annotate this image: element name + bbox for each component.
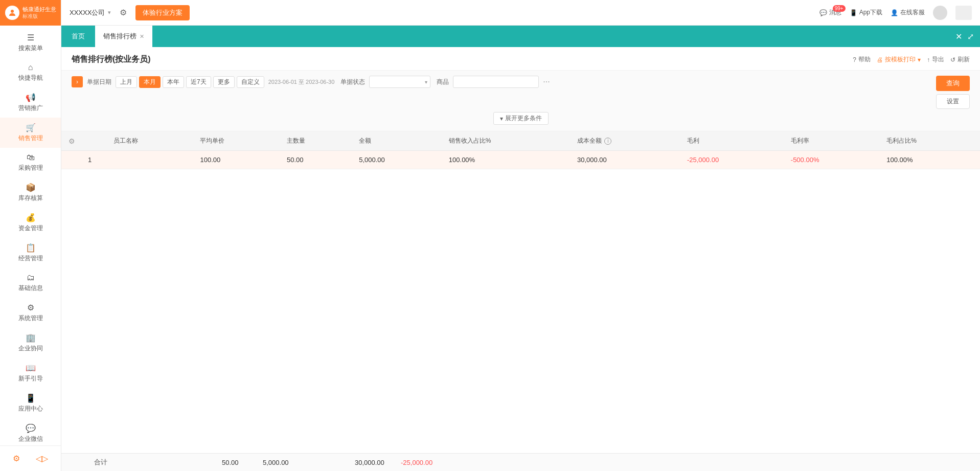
date-range-display: 2023-06-01 至 2023-06-30 — [268, 78, 335, 86]
sidebar-item-finance[interactable]: 💰 资金管理 — [0, 208, 61, 238]
marketing-icon: 📢 — [26, 93, 36, 102]
sidebar-item-enterprise[interactable]: 🏢 企业协同 — [0, 328, 61, 358]
maximize-icon[interactable]: ⤢ — [967, 32, 974, 41]
logo-name: 畅康通好生意 — [22, 6, 56, 13]
topbar-right: 💬 消息 99+ 📱 App下载 👤 在线客服 — [819, 6, 972, 20]
row-rank-cell: 1 — [82, 151, 107, 169]
sidebar-logo: 畅康通好生意 标准版 — [0, 0, 61, 26]
help-label: 帮助 — [858, 55, 871, 64]
purchase-icon: 🛍 — [27, 153, 35, 162]
operations-icon: 📋 — [26, 243, 36, 253]
sidebar-item-app-center[interactable]: 📱 应用中心 — [0, 388, 61, 418]
refresh-label: 刷新 — [958, 55, 970, 64]
online-support-label: 在线客服 — [900, 8, 925, 17]
sidebar-item-sales[interactable]: 🛒 销售管理 — [0, 118, 61, 148]
download-icon: 📱 — [850, 9, 857, 16]
col-avg-price: 平均单价 — [194, 131, 280, 151]
page-header: 销售排行榜(按业务员) ? 帮助 🖨 按模板打印 ▾ ↑ 导出 ↺ 刷新 — [61, 47, 980, 71]
filter-expand-row: ▾ 展开更多条件 — [72, 109, 970, 126]
app-center-icon: 📱 — [26, 393, 36, 403]
expand-more-btn[interactable]: ▾ 展开更多条件 — [493, 112, 549, 125]
sidebar-label-basic: 基础信息 — [18, 284, 43, 293]
settings-button[interactable]: 设置 — [936, 94, 970, 109]
sidebar-item-inventory[interactable]: 📦 库存核算 — [0, 177, 61, 208]
table-footer: 合计 50.00 5,000.00 30,000.00 -25,000.00 — [61, 453, 980, 471]
help-btn[interactable]: ? 帮助 — [853, 55, 871, 64]
cost-info-icon[interactable]: i — [604, 138, 611, 145]
tab-sales-ranking-label: 销售排行榜 — [103, 32, 136, 41]
sidebar-item-quick-nav[interactable]: ⌂ 快捷导航 — [0, 58, 61, 87]
sidebar-label-search: 搜索菜单 — [18, 44, 43, 53]
row-cost-cell: 30,000.00 — [571, 151, 681, 169]
collapse-icon[interactable]: ◁▷ — [36, 454, 48, 463]
sidebar-item-wechat[interactable]: 💬 企业微信 — [0, 418, 61, 445]
tab-close-icon[interactable]: ✕ — [140, 33, 144, 40]
date-btn-more[interactable]: 更多 — [213, 76, 235, 88]
home-icon: ⌂ — [28, 63, 33, 72]
row-amount-cell: 5,000.00 — [353, 151, 443, 169]
footer-amount-cell: 5,000.00 — [257, 459, 303, 466]
tab-home[interactable]: 首页 — [61, 26, 95, 47]
export-icon: ↑ — [927, 56, 930, 63]
message-icon: 💬 — [819, 9, 827, 16]
company-selector[interactable]: XXXXX公司 ▾ — [70, 8, 111, 17]
table-area: ⚙ 员工名称 平均单价 主数量 全额 — [61, 131, 980, 453]
settings-bottom-icon[interactable]: ⚙ — [13, 454, 20, 463]
date-btn-last-month[interactable]: 上月 — [116, 76, 137, 88]
date-btn-this-year[interactable]: 本年 — [163, 76, 184, 88]
topbar: XXXXX公司 ▾ ⚙ 体验行业方案 💬 消息 99+ 📱 App下载 👤 在线… — [61, 0, 980, 26]
topbar-settings-icon[interactable]: ⚙ — [116, 6, 130, 20]
col-main-qty: 主数量 — [281, 131, 353, 151]
table-settings-icon[interactable]: ⚙ — [69, 137, 75, 145]
inventory-icon: 📦 — [26, 183, 36, 192]
sidebar-label-inventory: 库存核算 — [18, 194, 43, 203]
trial-button[interactable]: 体验行业方案 — [135, 5, 190, 20]
sidebar-label-enterprise: 企业协同 — [18, 344, 43, 353]
query-button[interactable]: 查询 — [936, 76, 970, 91]
sidebar-label-wechat: 企业微信 — [18, 435, 43, 443]
sidebar-label-sales: 销售管理 — [18, 134, 43, 143]
goods-filter-label: 商品 — [437, 78, 449, 86]
message-btn[interactable]: 💬 消息 99+ — [819, 8, 841, 17]
sidebar-item-search[interactable]: ☰ 搜索菜单 — [0, 28, 61, 58]
template-print-btn[interactable]: 🖨 按模板打印 ▾ — [877, 55, 921, 64]
col-gross: 毛利 — [681, 131, 785, 151]
row-gross-cell: -25,000.00 — [681, 151, 785, 169]
col-sales-pct: 销售收入占比% — [443, 131, 571, 151]
sidebar-item-system[interactable]: ⚙ 系统管理 — [0, 298, 61, 328]
table-row: 1 100.00 50.00 5,000.00 100.00% 30,000.0… — [61, 151, 980, 169]
col-name: 员工名称 — [107, 131, 194, 151]
filter-collapse-btn[interactable]: › — [72, 76, 83, 87]
page-title: 销售排行榜(按业务员) — [72, 54, 151, 65]
app-download-btn[interactable]: 📱 App下载 — [850, 8, 882, 17]
sidebar-item-operations[interactable]: 📋 经营管理 — [0, 238, 61, 268]
sidebar-item-purchase[interactable]: 🛍 采购管理 — [0, 148, 61, 177]
online-support-btn[interactable]: 👤 在线客服 — [891, 8, 925, 17]
footer-cost-cell: 30,000.00 — [349, 459, 395, 466]
row-main-qty-cell: 50.00 — [281, 151, 353, 169]
sidebar-label-system: 系统管理 — [18, 314, 43, 323]
export-btn[interactable]: ↑ 导出 — [927, 55, 944, 64]
goods-input[interactable] — [453, 76, 539, 88]
date-btn-this-month[interactable]: 本月 — [139, 76, 161, 88]
refresh-icon: ↺ — [950, 56, 955, 63]
user-name-area[interactable] — [955, 6, 972, 20]
table-body: 1 100.00 50.00 5,000.00 100.00% 30,000.0… — [61, 151, 980, 169]
footer-main-qty-cell: 50.00 — [216, 459, 257, 466]
sidebar-label-quick-nav: 快捷导航 — [18, 74, 43, 82]
status-select[interactable] — [369, 76, 430, 88]
close-window-icon[interactable]: ✕ — [955, 32, 962, 41]
date-btn-custom[interactable]: 自定义 — [237, 76, 264, 88]
rankings-table: ⚙ 员工名称 平均单价 主数量 全额 — [61, 131, 980, 169]
sidebar-item-marketing[interactable]: 📢 营销推广 — [0, 87, 61, 118]
user-avatar[interactable] — [933, 6, 947, 20]
sidebar-item-guide[interactable]: 📖 新手引导 — [0, 358, 61, 388]
sidebar-item-basic[interactable]: 🗂 基础信息 — [0, 268, 61, 298]
table-header: ⚙ 员工名称 平均单价 主数量 全额 — [61, 131, 980, 151]
refresh-btn[interactable]: ↺ 刷新 — [950, 55, 970, 64]
sidebar-label-operations: 经营管理 — [18, 254, 43, 263]
date-btn-7days[interactable]: 近7天 — [186, 76, 211, 88]
goods-more-icon[interactable]: ··· — [543, 77, 550, 86]
help-icon: ? — [853, 56, 856, 63]
tab-sales-ranking[interactable]: 销售排行榜 ✕ — [95, 26, 152, 47]
